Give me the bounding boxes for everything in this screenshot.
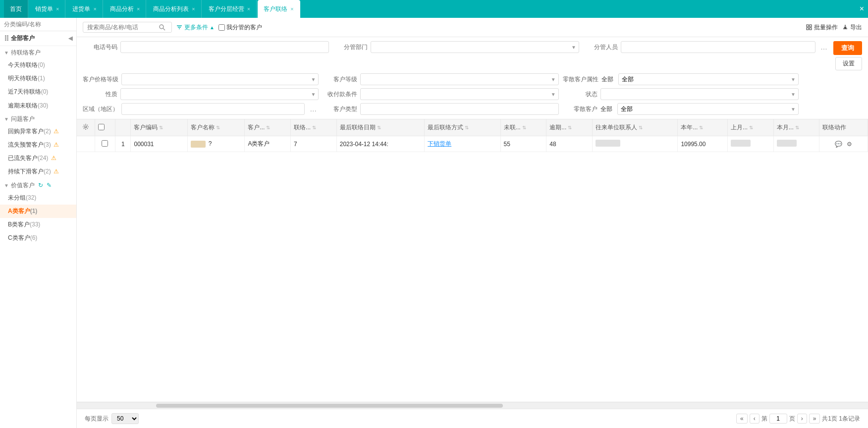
action-qr-icon[interactable]: ⚙ [847, 141, 852, 148]
sidebar-value-arrow[interactable]: ▼ [4, 183, 9, 188]
td-last-contact-method[interactable]: 下销货单 [425, 136, 500, 152]
sparse-attr-value: 全部 [601, 75, 613, 84]
sidebar-item-today[interactable]: 今天待联络(0) [0, 58, 76, 72]
th-this-year[interactable]: 本年...⇅ [678, 119, 728, 136]
filter-search-input[interactable] [87, 24, 157, 31]
select-cust-level[interactable] [360, 73, 558, 85]
select-dept[interactable] [371, 41, 579, 53]
svg-rect-9 [807, 28, 809, 30]
td-code[interactable]: 000031 [131, 136, 188, 152]
sidebar-item-churned[interactable]: 已流失客户(24) ⚠ [0, 152, 76, 165]
horizontal-scrollbar[interactable] [77, 402, 868, 409]
select-nature[interactable] [120, 88, 319, 100]
td-checkbox-cell[interactable] [95, 136, 115, 152]
th-gear[interactable] [77, 119, 95, 136]
nav-tab-customer-contact-close[interactable]: × [290, 6, 293, 12]
sidebar-item-c-class[interactable]: C类客户(6) [0, 231, 76, 245]
nav-tab-customer-tier[interactable]: 客户分层经营 × [203, 0, 257, 18]
th-last-contact-date[interactable]: 最后联络日期⇅ [336, 119, 424, 136]
select-sparse-attr[interactable]: 全部 [618, 73, 799, 85]
nav-tab-purchase[interactable]: 进货单 × [66, 0, 103, 18]
value-group-refresh-icon[interactable]: ↻ [38, 182, 43, 189]
nav-tab-product-analysis-list[interactable]: 商品分析列表 × [147, 0, 201, 18]
value-group-edit-icon[interactable]: ✎ [47, 182, 52, 189]
td-contact-count: 7 [291, 136, 337, 152]
sidebar-search-input[interactable] [4, 21, 77, 28]
th-unit-contact-label: 往来单位联系人 [596, 123, 637, 132]
input-region[interactable] [121, 103, 305, 115]
th-contact-count[interactable]: 联络...⇅ [291, 119, 337, 136]
td-no-contact: 55 [500, 136, 546, 152]
last-page-button[interactable]: » [809, 414, 820, 424]
sidebar-item-churn-warning[interactable]: 流失预警客户(3) ⚠ [0, 138, 76, 152]
settings-button[interactable]: 设置 [835, 57, 862, 70]
th-name[interactable]: 客户名称⇅ [188, 119, 245, 136]
warning-icon-2: ⚠ [54, 141, 59, 148]
select-sparse-cust[interactable]: 全部 [617, 103, 799, 115]
page-number-input[interactable] [769, 414, 787, 424]
page-size-select[interactable]: 50 100 200 [111, 413, 139, 424]
label-phone: 电话号码 [83, 43, 117, 52]
sidebar-item-unclassified[interactable]: 未分组(32) [0, 191, 76, 205]
sidebar-item-b-class[interactable]: B类客户(33) [0, 218, 76, 231]
nav-tab-sales[interactable]: 销货单 × [29, 0, 65, 18]
th-contact-count-label: 联络... [294, 123, 311, 132]
select-all-checkbox[interactable] [98, 124, 105, 130]
nav-tab-product-analysis-close[interactable]: × [137, 6, 140, 12]
export-button[interactable]: 导出 [842, 23, 862, 32]
batch-ops-icon [806, 24, 813, 31]
my-customers-checkbox[interactable] [218, 24, 225, 31]
sidebar-item-overdue[interactable]: 逾期未联络(30) [0, 99, 76, 112]
sort-icon-code: ⇅ [159, 125, 163, 130]
sidebar-item-repurchase-abnormal[interactable]: 回购异常客户(2) ⚠ [0, 125, 76, 138]
th-checkbox[interactable] [95, 119, 115, 136]
sidebar-collapse-btn[interactable]: ◀ [68, 35, 72, 42]
scrollbar-thumb[interactable] [156, 404, 503, 408]
sidebar-problem-arrow[interactable]: ▼ [4, 116, 9, 122]
sidebar-item-tomorrow[interactable]: 明天待联络(1) [0, 72, 76, 85]
nav-tab-customer-tier-close[interactable]: × [247, 6, 250, 12]
th-last-contact-method[interactable]: 最后联络方式⇅ [425, 119, 500, 136]
select-payment-terms[interactable] [360, 88, 558, 100]
td-action[interactable]: 💬 ⚙ [819, 136, 868, 152]
action-chat-icon[interactable]: 💬 [835, 141, 842, 148]
th-last-month[interactable]: 上月...⇅ [728, 119, 774, 136]
select-cust-type[interactable] [360, 103, 558, 115]
th-this-month[interactable]: 本月...⇅ [773, 119, 819, 136]
nav-tab-home[interactable]: 首页 [4, 0, 28, 18]
th-unit-contact[interactable]: 往来单位联系人⇅ [592, 119, 678, 136]
nav-tab-purchase-close[interactable]: × [93, 6, 96, 12]
select-price-level[interactable] [121, 73, 319, 85]
nav-tab-product-analysis[interactable]: 商品分析 × [104, 0, 146, 18]
nav-close-all-button[interactable]: × [860, 4, 864, 13]
input-manager[interactable] [621, 41, 815, 53]
td-name[interactable]: ? [188, 136, 245, 152]
first-page-button[interactable]: « [736, 414, 748, 424]
th-action-label: 联络动作 [822, 124, 846, 131]
nav-tab-product-analysis-list-label: 商品分析列表 [153, 5, 189, 13]
nav-tab-sales-close[interactable]: × [56, 6, 59, 12]
select-status[interactable] [600, 88, 799, 100]
sidebar-pending-arrow[interactable]: ▼ [4, 50, 9, 55]
th-no-contact[interactable]: 未联...⇅ [500, 119, 546, 136]
nav-tab-customer-contact[interactable]: 客户联络 × [258, 0, 300, 18]
row-checkbox[interactable] [102, 140, 108, 147]
next-page-button[interactable]: › [797, 414, 807, 424]
th-cust-type[interactable]: 客户...⇅ [245, 119, 291, 136]
prev-page-button[interactable]: ‹ [750, 414, 760, 424]
sidebar-item-a-class[interactable]: A类客户(1) [0, 205, 76, 218]
batch-ops-button[interactable]: 批量操作 [806, 23, 838, 32]
filter-search-icon [159, 24, 165, 31]
sidebar-item-7days[interactable]: 近7天待联络(0) [0, 85, 76, 99]
nav-tab-product-analysis-list-close[interactable]: × [192, 6, 195, 12]
sidebar-item-declining[interactable]: 持续下滑客户(2) ⚠ [0, 165, 76, 178]
table-row: 1 000031 ? A类客户 7 2023-04-12 14:44: 下销货单… [77, 136, 868, 152]
filter-more-conditions[interactable]: 更多条件 ▲ [176, 23, 215, 32]
query-button[interactable]: 查询 [833, 41, 862, 55]
th-overdue[interactable]: 逾期...⇅ [546, 119, 593, 136]
manager-more-icon[interactable]: … [818, 43, 829, 51]
th-code[interactable]: 客户编码⇅ [131, 119, 188, 136]
region-more-icon[interactable]: … [308, 105, 319, 113]
last-contact-method-link[interactable]: 下销货单 [428, 140, 451, 147]
input-phone[interactable] [120, 41, 329, 53]
